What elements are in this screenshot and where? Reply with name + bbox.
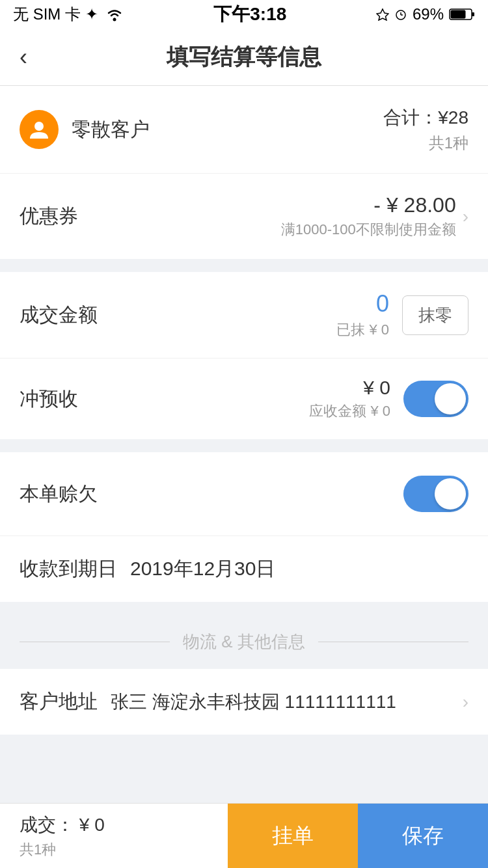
status-bar: 无 SIM 卡 ✦ 下午3:18 69%: [0, 0, 488, 29]
divider-line-left: [20, 642, 170, 642]
transaction-right: 0 已抹 ¥ 0 抹零: [336, 290, 468, 340]
status-left: 无 SIM 卡 ✦: [13, 4, 124, 25]
svg-point-7: [34, 122, 44, 131]
alarm-icon: [394, 8, 407, 21]
address-value: 张三 海淀永丰科技园 11111111111: [111, 690, 463, 714]
due-date-row: 收款到期日 2019年12月30日: [0, 536, 488, 602]
status-right: 69%: [376, 5, 475, 23]
wifi-icon: [105, 7, 124, 21]
coupon-value-block: - ¥ 28.00 满1000-100不限制使用金额: [281, 193, 456, 239]
battery-icon: [449, 7, 475, 21]
address-section: 客户地址 张三 海淀永丰科技园 11111111111 ›: [0, 669, 488, 735]
hang-button[interactable]: 挂单: [228, 804, 358, 869]
customer-name: 零散客户: [72, 116, 150, 143]
transaction-row: 成交金额 0 已抹 ¥ 0 抹零: [0, 272, 488, 358]
customer-total: 合计：¥28: [383, 105, 468, 130]
address-row[interactable]: 客户地址 张三 海淀永丰科技园 11111111111 ›: [0, 669, 488, 735]
coupon-right: - ¥ 28.00 满1000-100不限制使用金额 ›: [281, 193, 468, 239]
pre-collection-toggle[interactable]: [403, 381, 468, 417]
page-title: 填写结算等信息: [167, 42, 321, 72]
divider-line-right: [318, 642, 468, 642]
status-time: 下午3:18: [213, 2, 286, 27]
pre-collection-right: ¥ 0 应收金额 ¥ 0: [309, 377, 468, 421]
transaction-sub: 已抹 ¥ 0: [336, 320, 389, 340]
svg-rect-5: [472, 12, 474, 16]
footer-deal-line: 成交： ¥ 0: [20, 813, 208, 837]
customer-avatar: [20, 110, 59, 149]
address-label: 客户地址: [20, 688, 98, 715]
save-button[interactable]: 保存: [358, 804, 488, 869]
due-date-value: 2019年12月30日: [130, 556, 275, 582]
nav-bar: ‹ 填写结算等信息: [0, 29, 488, 86]
customer-section: 零散客户 合计：¥28 共1种 优惠券 - ¥ 28.00 满1000-100不…: [0, 86, 488, 259]
debt-label: 本单赊欠: [20, 481, 98, 508]
debt-toggle[interactable]: [403, 476, 468, 512]
sim-status: 无 SIM 卡 ✦: [13, 4, 98, 25]
logistics-label: 物流 & 其他信息: [183, 631, 305, 653]
transaction-label: 成交金额: [20, 302, 98, 329]
round-button[interactable]: 抹零: [402, 295, 468, 335]
person-icon: [27, 118, 51, 141]
due-date-label: 收款到期日: [20, 556, 117, 582]
customer-count: 共1种: [383, 133, 468, 154]
svg-rect-6: [450, 10, 465, 19]
customer-right: 合计：¥28 共1种: [383, 105, 468, 154]
pre-collection-row: 冲预收 ¥ 0 应收金额 ¥ 0: [0, 358, 488, 439]
location-icon: [376, 8, 389, 21]
svg-point-0: [113, 18, 116, 21]
pre-sub: 应收金额 ¥ 0: [309, 401, 390, 421]
pre-value-block: ¥ 0 应收金额 ¥ 0: [309, 377, 390, 421]
transaction-value-block: 0 已抹 ¥ 0: [336, 290, 389, 340]
footer-deal-label: 成交：: [20, 815, 74, 835]
amount-section: 成交金额 0 已抹 ¥ 0 抹零 冲预收 ¥ 0 应收金额 ¥ 0: [0, 272, 488, 439]
address-chevron-icon: ›: [463, 692, 468, 712]
pre-amount: ¥ 0: [309, 377, 390, 399]
transaction-amount: 0: [336, 290, 389, 318]
customer-left: 零散客户: [20, 110, 150, 149]
coupon-discount: - ¥ 28.00: [281, 193, 456, 217]
logistics-divider: 物流 & 其他信息: [0, 615, 488, 669]
coupon-desc: 满1000-100不限制使用金额: [281, 220, 456, 239]
customer-row: 零散客户 合计：¥28 共1种: [0, 86, 488, 173]
pre-collection-label: 冲预收: [20, 386, 78, 413]
footer-count: 共1种: [20, 840, 208, 860]
coupon-chevron-icon: ›: [463, 206, 468, 227]
footer: 成交： ¥ 0 共1种 挂单 保存: [0, 803, 488, 868]
back-button[interactable]: ‹: [20, 44, 27, 71]
coupon-row[interactable]: 优惠券 - ¥ 28.00 满1000-100不限制使用金额 ›: [0, 173, 488, 259]
debt-section: 本单赊欠 收款到期日 2019年12月30日: [0, 452, 488, 602]
battery-percent: 69%: [413, 5, 444, 23]
coupon-label: 优惠券: [20, 203, 78, 230]
debt-row: 本单赊欠: [0, 452, 488, 536]
footer-deal-amount: ¥ 0: [79, 815, 105, 835]
footer-info: 成交： ¥ 0 共1种: [0, 813, 228, 860]
